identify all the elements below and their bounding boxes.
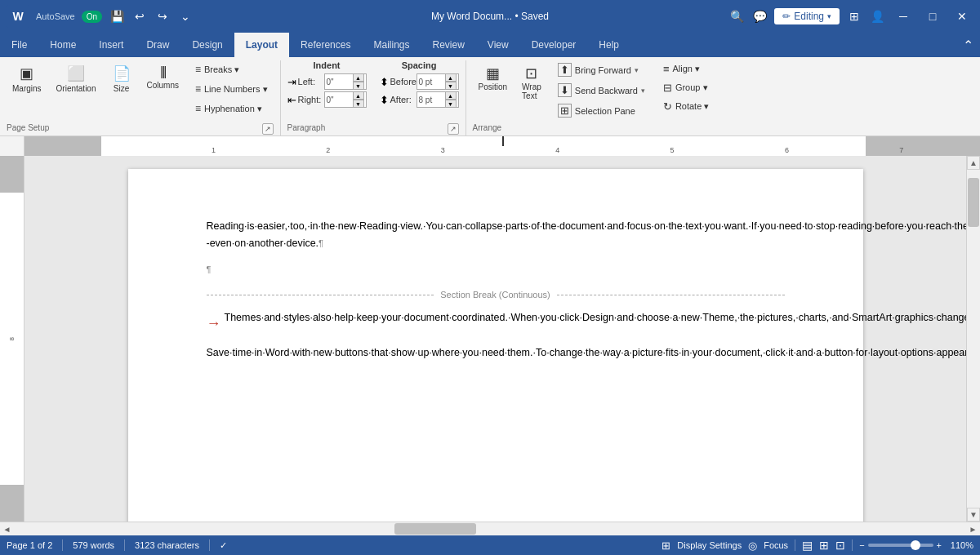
tab-insert[interactable]: Insert bbox=[87, 33, 135, 57]
dropdown-icon: ▾ bbox=[827, 12, 831, 20]
spacing-after-label: After: bbox=[390, 95, 413, 104]
orientation-label: Orientation bbox=[56, 84, 96, 93]
comments-icon[interactable]: 💬 bbox=[751, 8, 768, 24]
hyphenation-icon: ≡ bbox=[195, 103, 201, 114]
proofing-icon[interactable]: ✓ bbox=[220, 540, 227, 551]
spacing-after-input[interactable]: 8 pt ▲ ▼ bbox=[416, 91, 459, 108]
minimize-button[interactable]: ─ bbox=[892, 5, 915, 28]
selection-pane-button[interactable]: ⊞ Selection Pane bbox=[550, 101, 653, 120]
maximize-button[interactable]: □ bbox=[921, 5, 944, 28]
ruler-inner: 1 2 3 4 5 6 7 bbox=[24, 136, 980, 156]
indent-group: Indent ⇥ Left: 0" ▲ ▼ bbox=[287, 60, 367, 108]
tab-mailings[interactable]: Mailings bbox=[362, 33, 421, 57]
tab-file[interactable]: File bbox=[0, 33, 38, 57]
orientation-button[interactable]: ⬜ Orientation bbox=[51, 60, 102, 97]
zoom-level[interactable]: 110% bbox=[945, 540, 973, 550]
margins-label: Margins bbox=[12, 84, 42, 93]
autosave-toggle[interactable]: On bbox=[82, 11, 102, 23]
redo-icon[interactable]: ↪ bbox=[154, 8, 171, 24]
tab-layout[interactable]: Layout bbox=[234, 33, 289, 57]
line-numbers-button[interactable]: ≡ Line Numbers ▾ bbox=[189, 80, 274, 98]
view-icon-3[interactable]: ⊡ bbox=[835, 539, 845, 552]
pen-icon: ✏ bbox=[782, 11, 791, 22]
focus-icon: ◎ bbox=[748, 539, 757, 552]
document-title: My Word Docum... • Saved bbox=[431, 11, 549, 22]
zoom-thumb bbox=[911, 540, 920, 550]
bring-forward-button[interactable]: ⬆ Bring Forward ▾ bbox=[550, 60, 653, 79]
save-icon[interactable]: 💾 bbox=[109, 8, 125, 24]
page-setup-expand[interactable]: ↗ bbox=[262, 123, 274, 135]
tab-draw[interactable]: Draw bbox=[135, 33, 180, 57]
ribbon: File Home Insert Draw Design Layout Refe… bbox=[0, 33, 980, 136]
paragraph-expand[interactable]: ↗ bbox=[448, 123, 459, 135]
line-numbers-label: Line Numbers ▾ bbox=[204, 84, 268, 95]
tab-developer[interactable]: Developer bbox=[520, 33, 588, 57]
send-backward-button[interactable]: ⬇ Send Backward ▾ bbox=[550, 81, 653, 100]
size-button[interactable]: 📄 Size bbox=[105, 60, 138, 97]
word-count: 579 words bbox=[73, 540, 114, 550]
h-scroll-track[interactable] bbox=[14, 522, 966, 535]
zoom-out-button[interactable]: − bbox=[859, 540, 864, 550]
view-icon-2[interactable]: ⊞ bbox=[819, 539, 829, 552]
breaks-button[interactable]: ≡ Breaks ▾ bbox=[189, 60, 274, 78]
spacing-after-down[interactable]: ▼ bbox=[445, 100, 457, 108]
indent-left-down[interactable]: ▼ bbox=[353, 82, 364, 90]
zoom-in-button[interactable]: + bbox=[937, 540, 942, 550]
scroll-track[interactable] bbox=[967, 170, 980, 508]
align-button[interactable]: ≡ Align ▾ bbox=[656, 60, 716, 78]
zoom-track[interactable] bbox=[868, 544, 933, 547]
hyphenation-button[interactable]: ≡ Hyphenation ▾ bbox=[189, 100, 274, 118]
focus-label[interactable]: Focus bbox=[764, 540, 788, 550]
tab-references[interactable]: References bbox=[289, 33, 362, 57]
arrange-content: ▦ Position ⊡ WrapText ⬆ Bring Forward ▾ … bbox=[473, 60, 717, 120]
indent-right-input[interactable]: 0" ▲ ▼ bbox=[324, 91, 367, 108]
editing-button[interactable]: ✏ Editing ▾ bbox=[774, 8, 840, 24]
indent-right-label: Right: bbox=[298, 95, 321, 104]
scroll-right-button[interactable]: ► bbox=[966, 522, 980, 536]
account-icon[interactable]: 👤 bbox=[869, 8, 885, 24]
switch-icon[interactable]: ⊞ bbox=[846, 8, 862, 24]
customize-icon[interactable]: ⌄ bbox=[177, 8, 194, 24]
search-icon[interactable]: 🔍 bbox=[728, 8, 745, 24]
position-button[interactable]: ▦ Position bbox=[473, 60, 514, 95]
scroll-left-button[interactable]: ◄ bbox=[0, 522, 14, 536]
spacing-before-up[interactable]: ▲ bbox=[445, 73, 457, 82]
zoom-slider[interactable]: − + 110% bbox=[859, 540, 973, 550]
indent-right-up[interactable]: ▲ bbox=[353, 91, 364, 100]
view-icon-1[interactable]: ▤ bbox=[802, 539, 813, 552]
rotate-button[interactable]: ↻ Rotate ▾ bbox=[656, 98, 716, 115]
tab-design[interactable]: Design bbox=[180, 33, 234, 57]
tab-review[interactable]: Review bbox=[421, 33, 475, 57]
h-scroll-thumb[interactable] bbox=[394, 523, 476, 535]
wrap-text-button[interactable]: ⊡ WrapText bbox=[516, 60, 547, 104]
indent-left-up[interactable]: ▲ bbox=[353, 73, 364, 82]
tab-view[interactable]: View bbox=[476, 33, 520, 57]
indent-left-input[interactable]: 0" ▲ ▼ bbox=[324, 73, 367, 90]
vertical-ruler: 8 bbox=[0, 156, 24, 522]
tab-home[interactable]: Home bbox=[38, 33, 87, 57]
scroll-up-button[interactable]: ▲ bbox=[967, 156, 980, 170]
spacing-before-input[interactable]: 0 pt ▲ ▼ bbox=[416, 73, 459, 90]
group-button[interactable]: ⊟ Group ▾ bbox=[656, 79, 716, 96]
title-bar: W AutoSave On 💾 ↩ ↪ ⌄ My Word Docum... •… bbox=[0, 0, 980, 33]
close-button[interactable]: ✕ bbox=[951, 5, 973, 28]
document-scroll[interactable]: Reading·is·easier,·too,·in·the·new·Readi… bbox=[24, 156, 966, 522]
size-icon: 📄 bbox=[113, 64, 131, 82]
display-settings-label[interactable]: Display Settings bbox=[677, 540, 742, 550]
tab-help[interactable]: Help bbox=[587, 33, 630, 57]
ribbon-collapse[interactable]: ⌃ bbox=[963, 33, 980, 57]
scroll-down-button[interactable]: ▼ bbox=[967, 508, 980, 522]
columns-button[interactable]: ||| Columns bbox=[141, 60, 185, 94]
spacing-after-up[interactable]: ▲ bbox=[445, 91, 457, 100]
paragraph-themes-text: Themes·and·styles·also·help·keep·your·do… bbox=[225, 309, 967, 326]
margins-button[interactable]: ▣ Margins bbox=[7, 60, 47, 97]
indent-right-down[interactable]: ▼ bbox=[353, 100, 364, 108]
ruler-mark-4: 4 bbox=[555, 146, 559, 154]
themes-text: Themes·and·styles·also·help·keep·your·do… bbox=[225, 312, 967, 323]
spacing-before-down[interactable]: ▼ bbox=[445, 82, 457, 90]
ribbon-content: ▣ Margins ⬜ Orientation 📄 Size ||| Colum… bbox=[0, 57, 980, 135]
undo-icon[interactable]: ↩ bbox=[131, 8, 148, 24]
autosave-label: AutoSave bbox=[36, 11, 75, 21]
breaks-icon: ≡ bbox=[195, 64, 201, 75]
scroll-thumb[interactable] bbox=[968, 178, 979, 227]
